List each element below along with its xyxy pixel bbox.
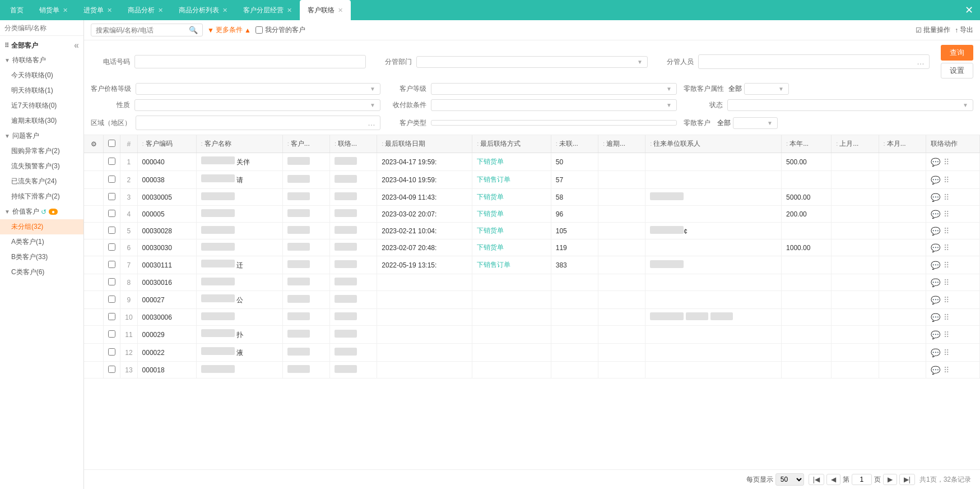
row-chat-icon[interactable]: 💬 [931, 296, 940, 305]
tab-customer-contact[interactable]: 客户联络 ✕ [300, 0, 351, 20]
last-date-col-header[interactable]: :最后联络日期 [377, 135, 472, 153]
select-all-checkbox[interactable] [108, 140, 115, 147]
page-input[interactable] [852, 474, 872, 485]
refresh-icon[interactable]: ↺ [41, 208, 47, 216]
tab-customer-tier-close[interactable]: ✕ [287, 7, 292, 14]
all-customers-header[interactable]: ⠿ 全部客户 « [0, 36, 83, 53]
tab-home[interactable]: 首页 [2, 0, 31, 20]
row-checkbox[interactable] [108, 330, 115, 338]
last-page-btn[interactable]: ▶| [899, 474, 915, 485]
row-chat-icon[interactable]: 💬 [931, 158, 940, 167]
customer-type-select[interactable] [431, 120, 677, 126]
settings-col-header[interactable]: ⚙ [84, 135, 104, 153]
row-chat-icon[interactable]: 💬 [931, 313, 940, 322]
retail-attr-select[interactable]: ▼ [744, 83, 789, 95]
sidebar-item-churned[interactable]: 已流失客户(24) [0, 174, 83, 189]
row-menu-icon[interactable]: ⠿ [944, 313, 949, 322]
status-select[interactable]: ▼ [727, 99, 973, 111]
row-last-method-link[interactable]: 下销货单 [477, 210, 504, 218]
tab-bar-close-all[interactable]: ✕ [960, 4, 978, 16]
tab-customer-tier[interactable]: 客户分层经营 ✕ [235, 0, 300, 20]
sidebar-item-churn-warning[interactable]: 流失预警客户(3) [0, 159, 83, 174]
row-checkbox[interactable] [108, 193, 115, 200]
row-chat-icon[interactable]: 💬 [931, 366, 940, 375]
row-checkbox[interactable] [108, 210, 115, 217]
sidebar-item-class-b[interactable]: B类客户(33) [0, 250, 83, 265]
retail-customer-select[interactable]: ▼ [733, 117, 778, 129]
more-conditions-btn[interactable]: ▼ 更多条件 ▲ [207, 25, 251, 35]
tab-sales-order[interactable]: 销货单 ✕ [31, 0, 76, 20]
tab-purchase-close[interactable]: ✕ [107, 7, 112, 14]
nature-select[interactable]: ▼ [134, 99, 380, 111]
sidebar-item-abnormal[interactable]: 囤购异常客户(2) [0, 144, 83, 159]
sidebar-collapse-btn[interactable]: « [74, 40, 79, 50]
row-checkbox[interactable] [108, 313, 115, 320]
contact-person-col-header[interactable]: :往来单位联系人 [645, 135, 782, 153]
name-col-header[interactable]: :客户名称 [196, 135, 282, 153]
row-chat-icon[interactable]: 💬 [931, 330, 940, 339]
sidebar-item-ungrouped[interactable]: 未分组(32) [0, 219, 83, 234]
row-menu-icon[interactable]: ⠿ [944, 210, 949, 219]
row-chat-icon[interactable]: 💬 [931, 278, 940, 287]
next-page-btn[interactable]: ▶ [883, 474, 897, 485]
dept-select[interactable]: ▼ [416, 56, 648, 68]
row-last-method-link[interactable]: 下销货单 [477, 158, 504, 165]
last-month-col-header[interactable]: :上月... [832, 135, 879, 153]
price-level-select[interactable]: ▼ [136, 83, 380, 95]
row-chat-icon[interactable]: 💬 [931, 210, 940, 219]
row-menu-icon[interactable]: ⠿ [944, 227, 949, 236]
check-col-header[interactable] [104, 135, 120, 153]
row-chat-icon[interactable]: 💬 [931, 261, 940, 270]
row-last-method-link[interactable]: 下销售订单 [477, 176, 510, 183]
area-select[interactable]: … [136, 116, 380, 130]
sidebar-item-tomorrow[interactable]: 明天待联络(1) [0, 83, 83, 98]
row-checkbox[interactable] [108, 227, 115, 234]
row-checkbox[interactable] [108, 243, 115, 251]
filter-search-input[interactable] [96, 26, 189, 34]
row-checkbox[interactable] [108, 278, 115, 285]
row-last-method-link[interactable]: 下销货单 [477, 193, 504, 201]
first-page-btn[interactable]: |◀ [809, 474, 824, 485]
tab-product-list-close[interactable]: ✕ [222, 7, 227, 14]
row-menu-icon[interactable]: ⠿ [944, 243, 949, 252]
tab-product-analysis-list[interactable]: 商品分析列表 ✕ [171, 0, 235, 20]
payment-select[interactable]: ▼ [431, 99, 677, 111]
row-menu-icon[interactable]: ⠿ [944, 330, 949, 339]
sidebar-search-input[interactable] [4, 24, 84, 32]
tab-purchase-order[interactable]: 进货单 ✕ [76, 0, 120, 20]
row-menu-icon[interactable]: ⠿ [944, 348, 949, 357]
row-menu-icon[interactable]: ⠿ [944, 158, 949, 167]
phone-input[interactable] [134, 55, 366, 68]
type-col-header[interactable]: :客户... [282, 135, 329, 153]
row-menu-icon[interactable]: ⠿ [944, 176, 949, 184]
sidebar-value-group[interactable]: ▼ 价值客户 ↺ ● [0, 204, 83, 219]
overdue-col-header[interactable]: :逾期... [598, 135, 645, 153]
row-chat-icon[interactable]: 💬 [931, 348, 940, 357]
sidebar-problem-group[interactable]: ▼ 问题客户 [0, 128, 83, 144]
tab-product-analysis-close[interactable]: ✕ [158, 7, 163, 14]
tab-product-analysis[interactable]: 商品分析 ✕ [120, 0, 171, 20]
row-checkbox[interactable] [108, 158, 115, 165]
row-menu-icon[interactable]: ⠿ [944, 296, 949, 305]
contact-col-header[interactable]: :联络... [329, 135, 377, 153]
row-chat-icon[interactable]: 💬 [931, 193, 940, 202]
query-btn[interactable]: 查询 [941, 45, 973, 61]
sidebar-item-declining[interactable]: 持续下滑客户(2) [0, 189, 83, 204]
row-menu-icon[interactable]: ⠿ [944, 278, 949, 287]
row-checkbox[interactable] [108, 348, 115, 356]
export-btn[interactable]: ↑ 导出 [955, 25, 973, 35]
row-checkbox[interactable] [108, 176, 115, 183]
code-col-header[interactable]: :客户编码 [137, 135, 196, 153]
prev-page-btn[interactable]: ◀ [826, 474, 840, 485]
tab-sales-order-close[interactable]: ✕ [63, 7, 68, 14]
row-menu-icon[interactable]: ⠿ [944, 366, 949, 375]
row-last-method-link[interactable]: 下销货单 [477, 227, 504, 234]
sidebar-item-class-a[interactable]: A类客户(1) [0, 234, 83, 250]
not-contact-col-header[interactable]: :未联... [551, 135, 598, 153]
row-chat-icon[interactable]: 💬 [931, 227, 940, 236]
reset-btn[interactable]: 设置 [941, 63, 973, 79]
sidebar-item-class-c[interactable]: C类客户(6) [0, 265, 83, 280]
tab-customer-contact-close[interactable]: ✕ [338, 7, 343, 14]
this-month-col-header[interactable]: :本月... [879, 135, 926, 153]
this-year-col-header[interactable]: :本年... [782, 135, 832, 153]
